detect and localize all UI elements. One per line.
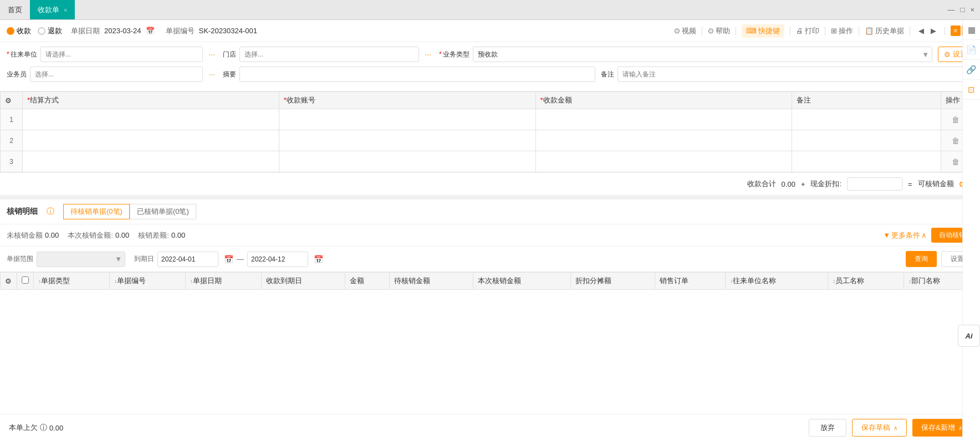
more-conditions-btn[interactable]: ▼ 更多条件 ∧ [883,230,927,240]
row-3-remark[interactable] [792,151,941,172]
history-btn[interactable]: 📋 历史单据 [865,26,904,36]
footer-value: 0.00 [49,424,63,432]
col-discount-label: 折扣分摊额 [575,276,611,285]
video-btn[interactable]: ⊙ 视频 [674,26,696,36]
biz-type-select[interactable]: 预收款 [473,47,932,62]
save-draft-btn[interactable]: 保存草稿 ∧ [852,419,907,437]
discount-label: 现金折扣: [810,179,841,189]
sidebar-table-icon[interactable]: ▦ [963,20,981,40]
tab-home[interactable]: 首页 [0,0,30,19]
row-2-settlement[interactable] [23,130,279,151]
row-1-amount[interactable] [535,109,792,130]
minimize-icon[interactable]: — [948,6,955,14]
staff-input[interactable] [30,66,203,82]
tab-receipt[interactable]: 收款单 × [30,0,75,19]
row-2-account[interactable] [279,130,535,151]
shop-more-btn[interactable]: ··· [422,50,433,59]
shop-input[interactable] [239,47,419,62]
nav-arrows: ◀ ▶ [916,25,939,36]
row-3-amount[interactable] [535,151,792,172]
table-gear-header[interactable]: ⚙ [1,92,23,109]
select-all-checkbox[interactable] [22,276,29,284]
print-btn[interactable]: 🖨 打印 [796,26,819,36]
operation-label: 操作 [839,26,853,36]
help-btn[interactable]: ⊙ 帮助 [708,26,730,36]
footer-info-icon[interactable]: ⓘ [40,423,47,433]
maximize-icon[interactable]: □ [961,6,965,14]
row-2-delete-icon[interactable]: 🗑 [952,136,959,145]
save-new-label: 保存&新增 [921,423,955,433]
radio-receipt-dot [7,27,14,35]
sidebar-doc-icon[interactable]: 📄 [963,40,981,60]
date-to-input[interactable] [247,252,308,267]
close-icon[interactable]: × [970,6,974,14]
sidebar-screenshot-icon[interactable]: ⊡ [963,80,981,100]
discount-input[interactable] [847,177,902,191]
tab-pending[interactable]: 待核销单据(0笔) [63,204,130,219]
available-label: 可核销金额 [918,179,954,189]
row-1-remark[interactable] [792,109,941,130]
col-doc-no-header: ↕单据编号 [109,273,185,290]
row-1-settlement[interactable] [23,109,279,130]
col-doc-date-header: ↕单据日期 [185,273,261,290]
col-current-label: 本次核销金额 [478,276,521,285]
main-content: 收款 退款 单据日期 2023-03-24 📅 单据编号 SK-20230324… [0,20,980,441]
bottom-table-wrap: ⚙ ↕单据类型 ↕单据编号 ↕单据日期 [0,272,980,414]
footer-info: 本单上欠 ⓘ 0.00 [9,423,63,433]
sidebar-link-icon[interactable]: 🔗 [963,60,981,80]
doc-range-select[interactable] [37,252,125,267]
radio-refund[interactable]: 退款 [38,26,62,36]
stat-unchecked: 未核销金额 0.00 [7,230,59,240]
staff-more-btn[interactable]: ··· [206,70,217,79]
remark-input[interactable] [617,66,973,82]
radio-receipt[interactable]: 收款 [7,26,31,36]
date-separator: — [237,255,244,263]
form-row-2: 业务员 ··· 摘要 备注 [7,66,973,82]
footer-bar: 本单上欠 ⓘ 0.00 放弃 保存草稿 ∧ 保存&新增 ∧ [0,414,980,441]
right-sidebar: ▦ 📄 🔗 ⊡ [962,20,980,441]
query-btn[interactable]: 查询 [906,251,937,267]
list-view-icon[interactable]: ≡ [951,25,961,36]
date-to-calendar-icon[interactable]: 📅 [314,255,323,264]
col-counterparty-header: ↕往来单位名称 [726,273,828,290]
nav-prev[interactable]: ◀ [916,25,927,36]
doc-range-select-wrap: ▼ [37,252,125,267]
abandon-btn[interactable]: 放弃 [809,419,846,437]
ai-badge[interactable]: Ai [958,325,980,347]
ai-label: Ai [966,332,973,340]
row-1-account[interactable] [279,109,535,130]
counterparty-more-btn[interactable]: ··· [206,50,217,59]
row-1-num: 1 [1,109,23,130]
date-from-calendar-icon[interactable]: 📅 [224,255,233,264]
ver-info-icon[interactable]: ⓘ [47,207,54,217]
row-3-settlement[interactable] [23,151,279,172]
row-3-delete-icon[interactable]: 🗑 [952,157,959,166]
tab-close-icon[interactable]: × [64,7,67,13]
counterparty-input[interactable] [40,47,203,62]
shortcut-btn[interactable]: ⌨ 快捷键 [742,24,784,38]
col-remark-header: 备注 [792,92,941,109]
col-counterparty-label: 往来单位名称 [733,276,776,285]
doc-date-value: 2023-03-24 [104,27,141,35]
col-gear-bottom[interactable]: ⚙ [1,273,17,290]
row-2-remark[interactable] [792,130,941,151]
shop-label: 门店 [223,50,236,59]
col-pending-header: 待核销金额 [389,273,473,290]
footer-right: 放弃 保存草稿 ∧ 保存&新增 ∧ [809,419,971,437]
col-sales-label: 销售订单 [660,276,688,285]
operation-btn[interactable]: ⊞ 操作 [831,26,853,36]
row-3-account[interactable] [279,151,535,172]
row-1-delete-icon[interactable]: 🗑 [952,115,959,124]
summary-input[interactable] [239,66,595,82]
form-area: 往来单位 ··· 门店 ··· 业务类型 预收款 ▼ ⚙ 设 [0,42,980,91]
due-date-label: 到期日 [134,254,154,264]
divider2 [736,27,736,35]
tab-done[interactable]: 已核销单据(0笔) [130,204,196,219]
nav-next[interactable]: ▶ [928,25,939,36]
date-from-input[interactable] [157,252,218,267]
row-2-amount[interactable] [535,130,792,151]
divider1 [702,27,702,35]
remark-field: 备注 [601,66,973,82]
history-label: 历史单据 [875,26,904,36]
calendar-icon[interactable]: 📅 [146,27,155,35]
